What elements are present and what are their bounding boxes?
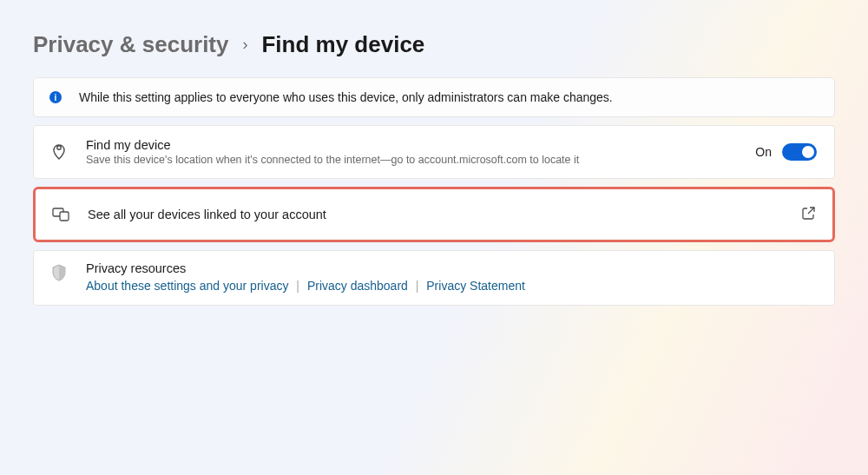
svg-rect-2	[60, 212, 69, 221]
privacy-statement-link[interactable]: Privacy Statement	[426, 279, 525, 293]
link-separator: |	[296, 279, 299, 293]
toggle-state-label: On	[755, 145, 772, 159]
about-settings-link[interactable]: About these settings and your privacy	[86, 279, 288, 293]
chevron-right-icon: ›	[242, 36, 247, 54]
find-my-device-row: Find my device Save this device's locati…	[33, 125, 835, 179]
see-all-devices-title: See all your devices linked to your acco…	[88, 208, 785, 221]
external-link-icon	[802, 207, 815, 222]
privacy-resources-heading: Privacy resources	[86, 261, 525, 275]
find-my-device-title: Find my device	[86, 138, 738, 152]
breadcrumb: Privacy & security › Find my device	[33, 31, 835, 58]
devices-icon	[51, 208, 70, 221]
breadcrumb-current: Find my device	[261, 31, 424, 58]
shield-icon	[49, 261, 69, 281]
privacy-resources-row: Privacy resources About these settings a…	[33, 250, 835, 306]
svg-point-0	[57, 146, 61, 149]
info-text: While this setting applies to everyone w…	[79, 90, 613, 104]
link-separator: |	[416, 279, 419, 293]
privacy-dashboard-link[interactable]: Privacy dashboard	[307, 279, 408, 293]
breadcrumb-parent[interactable]: Privacy & security	[33, 31, 228, 58]
find-my-device-toggle[interactable]	[782, 143, 817, 161]
find-my-device-subtitle: Save this device's location when it's co…	[86, 154, 738, 166]
see-all-devices-row[interactable]: See all your devices linked to your acco…	[33, 187, 835, 242]
location-person-icon	[49, 143, 69, 161]
info-banner: i While this setting applies to everyone…	[33, 77, 835, 117]
info-icon: i	[49, 91, 62, 103]
